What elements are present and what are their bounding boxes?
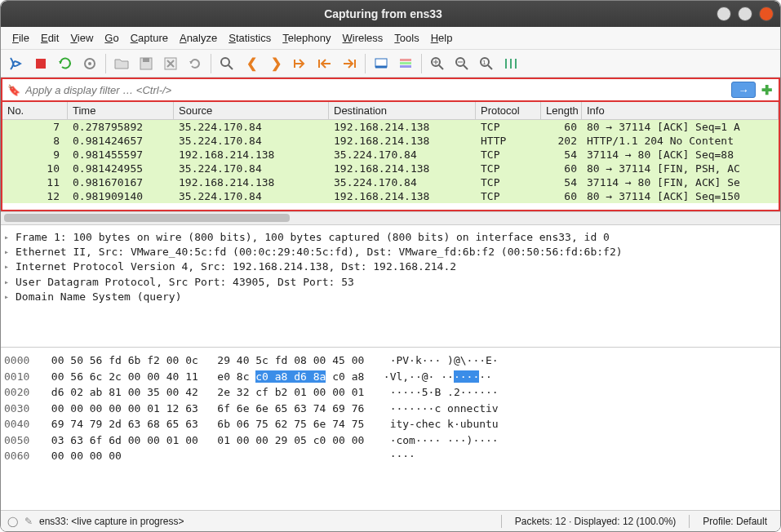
tree-expand-icon[interactable]: ▸ [4, 230, 16, 243]
detail-tree-item[interactable]: ▸Internet Protocol Version 4, Src: 192.1… [4, 259, 777, 274]
status-profile-text[interactable]: Profile: Default [696, 516, 774, 527]
go-forward-button[interactable]: ❯ [265, 53, 286, 74]
zoom-out-button[interactable] [451, 53, 473, 74]
toolbar-separator [365, 54, 366, 73]
column-header-info[interactable]: Info [582, 102, 779, 119]
expert-info-icon[interactable]: ✎ [24, 516, 33, 527]
svg-text:1: 1 [482, 59, 486, 66]
go-back-button[interactable]: ❮ [241, 53, 262, 74]
zoom-in-button[interactable] [427, 53, 448, 74]
window-maximize-button[interactable] [738, 7, 752, 21]
packet-list-pane: No. Time Source Destination Protocol Len… [1, 102, 780, 211]
stop-capture-button[interactable] [30, 53, 51, 74]
toolbar-separator [105, 54, 106, 73]
packet-bytes-pane[interactable]: 0000 00 50 56 fd 6b f2 00 0c 29 40 5c fd… [1, 347, 780, 510]
packet-row[interactable]: 90.981455597192.168.214.13835.224.170.84… [2, 148, 779, 162]
column-header-time[interactable]: Time [68, 102, 174, 119]
menu-wireless[interactable]: Wireless [338, 30, 388, 46]
window-close-button[interactable] [759, 7, 774, 21]
packet-row[interactable]: 120.98190914035.224.170.84192.168.214.13… [2, 189, 779, 203]
menu-analyze[interactable]: Analyze [175, 30, 222, 46]
menu-view[interactable]: View [65, 30, 98, 46]
menu-telephony[interactable]: Telephony [277, 30, 335, 46]
statusbar-separator [501, 515, 502, 528]
menu-statistics[interactable]: Statistics [224, 30, 276, 46]
hex-row[interactable]: 0010 00 56 6c 2c 00 00 40 11 e0 8c c0 a8… [4, 369, 777, 385]
packet-list-hscrollbar[interactable] [1, 211, 780, 224]
svg-line-16 [439, 65, 443, 69]
restart-capture-button[interactable] [55, 53, 76, 74]
menu-edit[interactable]: Edit [36, 30, 64, 46]
menu-help[interactable]: Help [426, 30, 458, 46]
go-last-button[interactable] [339, 53, 360, 74]
window-title: Capturing from ens33 [56, 7, 710, 20]
display-filter-input[interactable] [24, 84, 728, 96]
hex-row[interactable]: 0060 00 00 00 00 ···· [4, 448, 777, 464]
filter-add-button[interactable]: ✚ [759, 82, 774, 98]
status-capture-text: ens33: <live capture in progress> [39, 516, 495, 527]
window-titlebar: Capturing from ens33 [1, 1, 780, 27]
svg-point-2 [88, 62, 91, 65]
tree-expand-icon[interactable]: ▸ [4, 259, 16, 273]
hex-row[interactable]: 0000 00 50 56 fd 6b f2 00 0c 29 40 5c fd… [4, 352, 777, 369]
tree-expand-icon[interactable]: ▸ [4, 275, 16, 288]
svg-line-20 [464, 65, 468, 69]
svg-rect-0 [36, 59, 46, 69]
svg-rect-14 [400, 65, 411, 68]
colorize-button[interactable] [395, 53, 416, 74]
packet-row[interactable]: 80.98142465735.224.170.84192.168.214.138… [2, 134, 779, 148]
detail-tree-item[interactable]: ▸Frame 1: 100 bytes on wire (800 bits), … [4, 230, 777, 245]
window-minimize-button[interactable] [717, 7, 731, 21]
detail-tree-item[interactable]: ▸Domain Name System (query) [4, 290, 777, 304]
detail-tree-item[interactable]: ▸User Datagram Protocol, Src Port: 43905… [4, 275, 777, 290]
svg-line-23 [488, 65, 492, 69]
filter-apply-button[interactable]: → [731, 82, 756, 98]
hex-row[interactable]: 0020 d6 02 ab 81 00 35 00 42 2e 32 cf b2… [4, 384, 777, 401]
scrollbar-thumb[interactable] [4, 214, 290, 222]
column-header-protocol[interactable]: Protocol [476, 102, 541, 119]
column-header-source[interactable]: Source [174, 102, 329, 119]
save-file-button[interactable] [135, 53, 157, 74]
packet-row[interactable]: 100.98142495535.224.170.84192.168.214.13… [2, 162, 779, 175]
status-indicator-icon: ◯ [7, 516, 18, 527]
find-packet-button[interactable] [216, 53, 237, 74]
svg-line-7 [229, 65, 233, 69]
svg-rect-4 [143, 58, 149, 62]
packet-details-pane[interactable]: ▸Frame 1: 100 bytes on wire (800 bits), … [1, 224, 780, 347]
start-capture-button[interactable] [6, 53, 27, 74]
menu-tools[interactable]: Tools [389, 30, 424, 46]
svg-point-6 [221, 58, 229, 66]
tree-expand-icon[interactable]: ▸ [4, 290, 16, 303]
menu-go[interactable]: Go [100, 30, 123, 46]
capture-options-button[interactable] [79, 53, 100, 74]
tree-expand-icon[interactable]: ▸ [4, 245, 16, 258]
auto-scroll-button[interactable] [371, 53, 392, 74]
packet-list-body[interactable]: 70.27879589235.224.170.84192.168.214.138… [2, 120, 779, 210]
display-filter-bar: 🔖 → ✚ [1, 78, 780, 102]
column-header-destination[interactable]: Destination [329, 102, 476, 119]
statusbar: ◯ ✎ ens33: <live capture in progress> Pa… [1, 510, 780, 531]
reload-button[interactable] [184, 53, 206, 74]
filter-bookmark-icon[interactable]: 🔖 [7, 84, 20, 96]
resize-columns-button[interactable] [500, 53, 521, 74]
packet-row[interactable]: 110.981670167192.168.214.13835.224.170.8… [2, 175, 779, 189]
column-header-length[interactable]: Length [541, 102, 582, 119]
packet-list-header: No. Time Source Destination Protocol Len… [2, 102, 779, 120]
menu-capture[interactable]: Capture [126, 30, 173, 46]
toolbar-separator [211, 54, 211, 73]
detail-tree-item[interactable]: ▸Ethernet II, Src: VMware_40:5c:fd (00:0… [4, 245, 777, 259]
hex-row[interactable]: 0040 69 74 79 2d 63 68 65 63 6b 06 75 62… [4, 416, 777, 432]
close-file-button[interactable] [160, 53, 181, 74]
go-first-button[interactable] [314, 53, 335, 74]
hex-row[interactable]: 0050 03 63 6f 6d 00 00 01 00 01 00 00 29… [4, 432, 777, 449]
column-header-no[interactable]: No. [2, 102, 68, 119]
packet-row[interactable]: 70.27879589235.224.170.84192.168.214.138… [2, 120, 779, 134]
statusbar-separator [689, 515, 690, 528]
menubar: File Edit View Go Capture Analyze Statis… [1, 27, 780, 50]
svg-rect-12 [400, 59, 411, 61]
menu-file[interactable]: File [7, 30, 34, 46]
hex-row[interactable]: 0030 00 00 00 00 00 01 12 63 6f 6e 6e 65… [4, 401, 777, 417]
go-to-packet-button[interactable] [290, 53, 311, 74]
open-file-button[interactable] [111, 53, 132, 74]
zoom-reset-button[interactable]: 1 [476, 53, 497, 74]
